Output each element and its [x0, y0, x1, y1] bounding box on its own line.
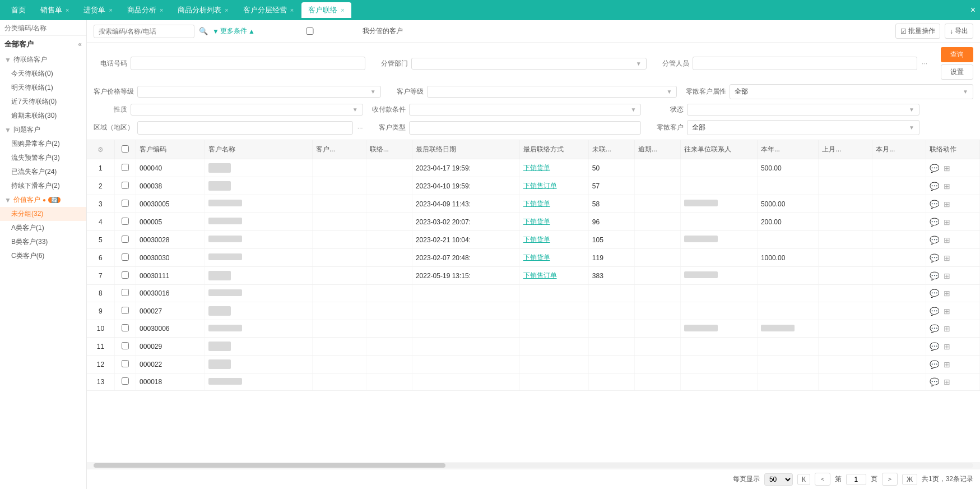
tab-sales[interactable]: 销售单 × — [34, 2, 76, 18]
export-btn[interactable]: ↓ 导出 — [945, 24, 973, 39]
grid-icon[interactable]: ⊞ — [944, 182, 950, 191]
filter-manager-dots[interactable]: ··· — [922, 59, 927, 67]
message-icon[interactable]: 💬 — [930, 271, 939, 280]
more-filter-btn[interactable]: ▼ 更多条件 ▲ — [212, 26, 255, 36]
message-icon[interactable]: 💬 — [930, 324, 939, 333]
message-icon[interactable]: 💬 — [930, 253, 939, 262]
filter-cust-type-input[interactable] — [409, 121, 642, 135]
sidebar-item-abnormal[interactable]: 囤购异常客户(2) — [0, 137, 86, 151]
grid-icon[interactable]: ⊞ — [944, 360, 950, 369]
sidebar-item-declining[interactable]: 持续下滑客户(2) — [0, 179, 86, 193]
message-icon[interactable]: 💬 — [930, 360, 939, 369]
row-checkbox[interactable] — [122, 307, 129, 314]
next-page-btn[interactable]: ＞ — [882, 473, 898, 486]
grid-icon[interactable]: ⊞ — [944, 236, 950, 245]
filter-retail-attr-select[interactable]: 全部 ▼ — [730, 84, 973, 99]
close-product-analysis-list-tab[interactable]: × — [225, 7, 228, 13]
grid-icon[interactable]: ⊞ — [944, 200, 950, 209]
sidebar-group-pending[interactable]: ▼ 待联络客户 — [0, 53, 86, 67]
last-way-link[interactable]: 下销货单 — [523, 236, 550, 243]
message-icon[interactable]: 💬 — [930, 307, 939, 316]
filter-retail-cust-select[interactable]: 全部 ▼ — [687, 120, 919, 135]
row-checkbox[interactable] — [122, 253, 129, 261]
row-checkbox[interactable] — [122, 182, 129, 189]
sidebar-item-7days[interactable]: 近7天待联络(0) — [0, 95, 86, 109]
sidebar-item-b-class[interactable]: B类客户(33) — [0, 235, 86, 249]
message-icon[interactable]: 💬 — [930, 164, 939, 173]
filter-region-input[interactable] — [137, 121, 353, 135]
row-checkbox[interactable] — [122, 377, 129, 385]
row-checkbox[interactable] — [122, 236, 129, 243]
sidebar-item-churned[interactable]: 已流失客户(24) — [0, 165, 86, 179]
grid-icon[interactable]: ⊞ — [944, 377, 950, 386]
search-submit-icon[interactable]: 🔍 — [199, 27, 208, 35]
scrollbar-thumb[interactable] — [94, 463, 445, 468]
sidebar-search-input[interactable] — [4, 24, 87, 32]
all-customers-header[interactable]: 全部客户 « — [0, 36, 86, 53]
my-customer-check[interactable]: 我分管的客户 — [259, 26, 403, 36]
message-icon[interactable]: 💬 — [930, 377, 939, 386]
filter-region-dots[interactable]: ··· — [357, 124, 363, 132]
grid-icon[interactable]: ⊞ — [944, 342, 950, 351]
grid-icon[interactable]: ⊞ — [944, 253, 950, 262]
message-icon[interactable]: 💬 — [930, 236, 939, 245]
grid-icon[interactable]: ⊞ — [944, 307, 950, 316]
close-sales-tab[interactable]: × — [66, 7, 69, 13]
last-way-link[interactable]: 下销售订单 — [523, 182, 557, 190]
sidebar-group-value[interactable]: ▼ 价值客户 ● 🔄 — [0, 193, 86, 207]
sidebar-group-problem[interactable]: ▼ 问题客户 — [0, 123, 86, 137]
prev-page-btn[interactable]: ＜ — [815, 473, 830, 486]
grid-icon[interactable]: ⊞ — [944, 218, 950, 227]
sidebar-item-churn-warning[interactable]: 流失预警客户(3) — [0, 151, 86, 165]
row-checkbox[interactable] — [122, 324, 129, 331]
grid-icon[interactable]: ⊞ — [944, 324, 950, 333]
sidebar-item-today[interactable]: 今天待联络(0) — [0, 67, 86, 81]
message-icon[interactable]: 💬 — [930, 182, 939, 191]
filter-payment-select[interactable]: ▼ — [409, 104, 642, 116]
tab-customer-layer[interactable]: 客户分层经营 × — [236, 2, 300, 18]
filter-status-select[interactable]: ▼ — [687, 104, 919, 116]
close-customer-contact-tab[interactable]: × — [341, 7, 344, 13]
close-customer-layer-tab[interactable]: × — [290, 7, 294, 13]
select-all-checkbox[interactable] — [122, 145, 129, 153]
horizontal-scrollbar[interactable] — [94, 463, 973, 468]
tab-product-analysis[interactable]: 商品分析 × — [120, 2, 170, 18]
last-way-link[interactable]: 下销货单 — [523, 164, 550, 172]
sidebar-item-overdue[interactable]: 逾期未联络(30) — [0, 109, 86, 123]
tab-product-analysis-list[interactable]: 商品分析列表 × — [171, 2, 235, 18]
table-settings-icon[interactable]: ⚙ — [97, 146, 104, 154]
sidebar-collapse-icon[interactable]: « — [78, 40, 82, 48]
filter-cust-level-select[interactable]: ▼ — [427, 86, 677, 98]
row-checkbox[interactable] — [122, 360, 129, 367]
sidebar-item-tomorrow[interactable]: 明天待联络(1) — [0, 81, 86, 95]
filter-price-level-select[interactable]: ▼ — [137, 86, 381, 98]
batch-op-btn[interactable]: ☑ 批量操作 — [895, 24, 940, 39]
last-way-link[interactable]: 下销货单 — [523, 253, 550, 261]
last-page-btn[interactable]: Ж — [902, 474, 917, 485]
row-checkbox[interactable] — [122, 342, 129, 349]
filter-manager-input[interactable] — [693, 57, 917, 70]
tab-home[interactable]: 首页 — [4, 2, 32, 18]
search-input[interactable] — [94, 25, 194, 38]
tab-customer-contact[interactable]: 客户联络 × — [301, 2, 351, 18]
message-icon[interactable]: 💬 — [930, 218, 939, 227]
row-checkbox[interactable] — [122, 218, 129, 225]
close-product-analysis-tab[interactable]: × — [160, 7, 163, 13]
my-customer-checkbox[interactable] — [259, 27, 360, 35]
row-checkbox[interactable] — [122, 200, 129, 207]
filter-nature-select[interactable]: ▼ — [131, 104, 363, 116]
per-page-select[interactable]: 50 100 200 — [764, 473, 793, 486]
grid-icon[interactable]: ⊞ — [944, 289, 950, 298]
grid-icon[interactable]: ⊞ — [944, 271, 950, 280]
message-icon[interactable]: 💬 — [930, 289, 939, 298]
sidebar-item-a-class[interactable]: A类客户(1) — [0, 221, 86, 235]
filter-dept-select[interactable]: ▼ — [411, 58, 646, 70]
close-purchase-tab[interactable]: × — [109, 7, 112, 13]
row-checkbox[interactable] — [122, 271, 129, 279]
tab-purchase[interactable]: 进货单 × — [77, 2, 119, 18]
first-page-btn[interactable]: К — [797, 474, 810, 485]
sidebar-item-c-class[interactable]: C类客户(6) — [0, 249, 86, 263]
last-way-link[interactable]: 下销货单 — [523, 218, 550, 225]
nav-close-btn[interactable]: × — [970, 5, 976, 15]
sidebar-item-ungroup[interactable]: 未分组(32) — [0, 207, 86, 221]
